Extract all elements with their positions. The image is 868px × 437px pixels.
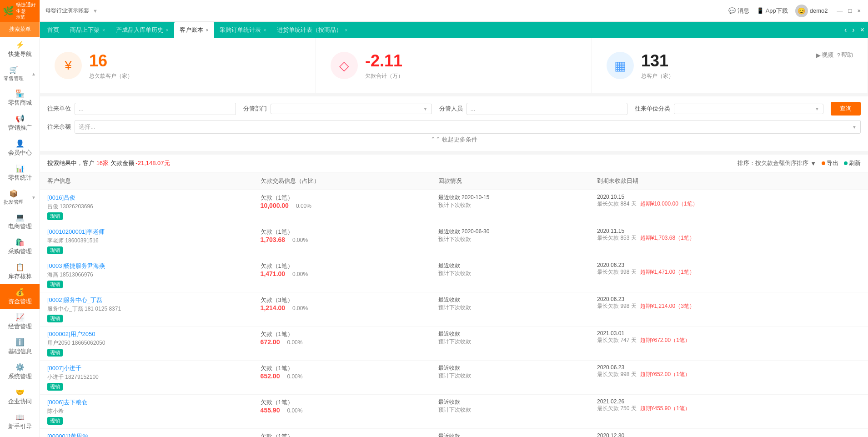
due-overdue-link[interactable]: 超期¥1,214.00（3笔） bbox=[640, 302, 695, 310]
sidebar-item-label: 会员中心 bbox=[8, 149, 32, 157]
tab-close-icon[interactable]: × bbox=[206, 28, 209, 33]
sidebar-item-marketing[interactable]: 📢 营销推广 bbox=[0, 111, 40, 136]
customer-contact: 用户2050 18665062050 bbox=[47, 339, 246, 347]
sidebar-item-purchase-mgmt[interactable]: 🛍️ 采购管理 bbox=[0, 234, 40, 259]
sidebar-item-member-center[interactable]: 👤 会员中心 bbox=[0, 136, 40, 161]
user-profile-btn[interactable]: 😊 demo2 bbox=[795, 5, 828, 17]
dept-select[interactable]: ▼ bbox=[271, 104, 432, 114]
phone-icon: 📱 bbox=[757, 7, 764, 14]
sidebar-item-retail-mgmt[interactable]: 🛒 零售管理 ▲ bbox=[0, 62, 40, 85]
due-date: 2020.10.15 bbox=[597, 194, 861, 200]
due-overdue-link[interactable]: 超期¥10,000.00（1笔） bbox=[640, 200, 698, 208]
sidebar-item-new-guide[interactable]: 📖 新手引导 bbox=[0, 409, 40, 434]
balance-select[interactable]: 选择... ▼ bbox=[75, 120, 861, 134]
sort-btn[interactable]: 排序：按欠款金额倒序排序 ▼ bbox=[738, 159, 816, 167]
tab-production[interactable]: 产成品入库单历史 × bbox=[110, 22, 174, 38]
maximize-icon[interactable]: □ bbox=[847, 7, 854, 14]
customer-name-link[interactable]: [000002]用户2050 bbox=[47, 330, 246, 338]
stat-card-overdue-amount: ◇ -2.11 欠款合计（万） bbox=[316, 38, 592, 93]
tab-next-btn[interactable]: › bbox=[850, 25, 856, 35]
video-label: 视频 bbox=[822, 51, 833, 59]
retail-mgmt-icon: 🛒 bbox=[9, 65, 18, 74]
stat-help: ▶ 视频 ? 帮助 bbox=[816, 47, 853, 59]
topbar-left: 母婴行业演示账套 ▼ bbox=[45, 7, 98, 15]
tab-close-icon[interactable]: × bbox=[345, 28, 347, 33]
dropdown-icon: ▼ bbox=[93, 8, 98, 14]
tab-close-all-btn[interactable]: × bbox=[858, 25, 866, 35]
overdue-amount-icon: ◇ bbox=[331, 52, 358, 79]
help-btn[interactable]: ? 帮助 bbox=[837, 51, 853, 59]
tab-close-icon[interactable]: × bbox=[264, 28, 266, 33]
due-days: 最长欠款 853 天 bbox=[597, 234, 637, 242]
tab-label: 商品上下架 bbox=[70, 26, 100, 34]
sidebar-item-retail-mall[interactable]: 🏪 零售商城 bbox=[0, 85, 40, 111]
customer-name-link[interactable]: [0016]吕俊 bbox=[47, 194, 246, 202]
filter-unit-category: 往来单位分类 ▼ bbox=[635, 104, 823, 114]
sidebar-item-finance[interactable]: 💰 资金管理 bbox=[0, 284, 40, 309]
customer-name-link[interactable]: [0002]服务中心_丁磊 bbox=[47, 296, 246, 304]
sidebar-item-quick-nav[interactable]: ⚡ 快捷导航 bbox=[0, 37, 40, 62]
search-menu-btn[interactable]: 搜索菜单 bbox=[0, 22, 40, 37]
message-btn[interactable]: 💬 消息 bbox=[728, 7, 749, 15]
table-row: [000002]用户2050 用户2050 18665062050 现销 欠款（… bbox=[40, 326, 868, 361]
sidebar-item-inventory[interactable]: 📋 库存核算 bbox=[0, 259, 40, 284]
due-overdue-link[interactable]: 超期¥1,703.68（1笔） bbox=[640, 234, 695, 242]
customer-name-link[interactable]: [0006]去下粮仓 bbox=[47, 398, 246, 407]
customer-name-link[interactable]: [0007]小迸千 bbox=[47, 364, 246, 372]
video-help-btn[interactable]: ▶ 视频 bbox=[816, 51, 833, 59]
from-unit-input[interactable]: ... bbox=[75, 103, 236, 115]
sidebar-item-ops-mgmt[interactable]: 📈 经营管理 bbox=[0, 309, 40, 334]
debt-count: 欠款（1笔） bbox=[261, 364, 424, 372]
manager-input[interactable]: ... bbox=[467, 103, 628, 115]
tab-home[interactable]: 首页 bbox=[42, 22, 65, 38]
due-date: 2020.06.23 bbox=[597, 296, 861, 302]
export-btn[interactable]: 导出 bbox=[822, 159, 838, 167]
inventory-icon: 📋 bbox=[15, 263, 25, 271]
app-download-btn[interactable]: 📱 App下载 bbox=[757, 7, 788, 15]
dept-label: 分管部门 bbox=[243, 105, 267, 113]
tab-inbound-stats[interactable]: 进货单统计表（按商品） × bbox=[271, 22, 353, 38]
sidebar-item-basic-info[interactable]: ℹ️ 基础信息 bbox=[0, 334, 40, 359]
close-icon[interactable]: × bbox=[855, 7, 863, 14]
due-overdue-link[interactable]: 超期¥1,471.00（1笔） bbox=[640, 268, 695, 276]
due-overdue-link[interactable]: 超期¥652.00（1笔） bbox=[640, 371, 690, 378]
tab-purchase-order[interactable]: 采购订单统计表 × bbox=[214, 22, 272, 38]
total-customers-value: 131 bbox=[641, 51, 674, 70]
recovery-latest: 最近收款 2020-10-15 bbox=[438, 194, 582, 201]
tab-close-icon[interactable]: × bbox=[166, 28, 169, 33]
customer-name-link[interactable]: [000001]黄思源 bbox=[47, 432, 246, 437]
cell-recovery: 最近收款 预计下次收款 bbox=[431, 292, 590, 326]
sidebar-item-system-mgmt[interactable]: ⚙️ 系统管理 bbox=[0, 359, 40, 384]
customer-name-link[interactable]: [00010200001]李老师 bbox=[47, 228, 246, 236]
finance-icon: 💰 bbox=[15, 288, 25, 296]
main-area: 母婴行业演示账套 ▼ 💬 消息 📱 App下载 😊 demo2 — □ × bbox=[40, 0, 868, 437]
due-overdue-link[interactable]: 超期¥672.00（1笔） bbox=[640, 337, 690, 344]
stat-info: 16 总欠款客户（家） bbox=[89, 51, 133, 80]
collapse-btn[interactable]: ⌃⌃ 收起更多条件 bbox=[47, 134, 861, 146]
customer-contact: 李老师 18600391516 bbox=[47, 237, 246, 245]
stat-info: -2.11 欠款合计（万） bbox=[365, 51, 403, 80]
minimize-icon[interactable]: — bbox=[835, 7, 845, 14]
chevron-down-icon: ▼ bbox=[815, 106, 819, 111]
unit-category-select[interactable]: ▼ bbox=[674, 104, 823, 114]
refresh-btn[interactable]: 刷新 bbox=[844, 159, 861, 167]
unit-category-label: 往来单位分类 bbox=[635, 105, 670, 113]
sidebar-item-batch-mgmt[interactable]: 📦 批发管理 ▼ bbox=[0, 186, 40, 209]
tab-products[interactable]: 商品上下架 × bbox=[65, 22, 110, 38]
sidebar-item-app-center[interactable]: 📱 应用中心 bbox=[0, 434, 40, 437]
debt-amount: 1,471.00 bbox=[261, 270, 286, 277]
col-debt-info: 欠款交易信息（占比） bbox=[253, 172, 431, 190]
sidebar-item-label: 零售管理 bbox=[4, 75, 24, 82]
cell-customer-info: [000001]黄思源 黄思源 13552700226 现销 bbox=[40, 429, 253, 437]
recovery-latest: 最近收款 bbox=[438, 398, 582, 406]
tab-customer-account[interactable]: 客户账本 × bbox=[174, 22, 214, 38]
search-button[interactable]: 查询 bbox=[831, 102, 861, 116]
tab-prev-btn[interactable]: ‹ bbox=[843, 25, 848, 35]
sidebar-item-enterprise-collab[interactable]: 🤝 企业协同 bbox=[0, 384, 40, 409]
sidebar-item-retail-stats[interactable]: 📊 零售统计 bbox=[0, 161, 40, 186]
due-overdue-link[interactable]: 超期¥455.90（1笔） bbox=[640, 405, 690, 412]
sidebar-item-ecommerce[interactable]: 💻 电商管理 bbox=[0, 209, 40, 234]
recovery-latest: 最近收款 bbox=[438, 364, 582, 372]
tab-close-icon[interactable]: × bbox=[102, 28, 105, 33]
customer-name-link[interactable]: [0003]畅捷服务尹海燕 bbox=[47, 262, 246, 270]
